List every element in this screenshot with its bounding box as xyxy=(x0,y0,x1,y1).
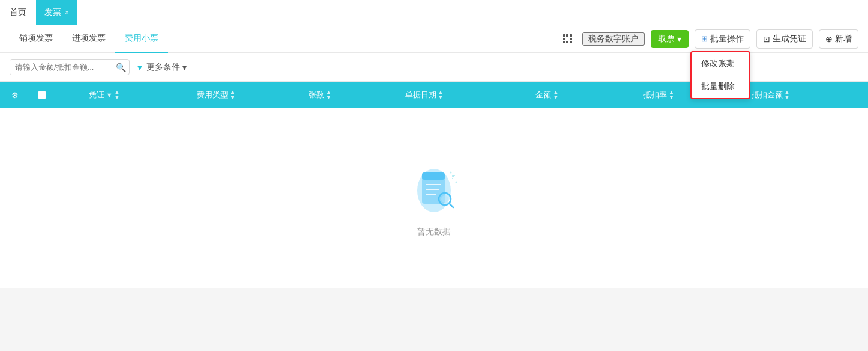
tab-expense-receipt[interactable]: 费用小票 xyxy=(115,25,168,53)
th-voucher[interactable]: 凭证 ▼ ▲▼ xyxy=(54,82,154,108)
batch-op-button[interactable]: ⊞ 批量操作 xyxy=(695,29,750,49)
gen-voucher-label: 生成凭证 xyxy=(773,34,806,44)
invoice-tab[interactable]: 发票 × xyxy=(36,0,77,25)
empty-text: 暂无数据 xyxy=(417,227,451,237)
svg-point-10 xyxy=(456,182,457,183)
tab-purchase-invoice[interactable]: 进项发票 xyxy=(62,25,115,53)
new-label: 新增 xyxy=(835,34,852,44)
batch-op-dropdown: 修改账期 批量删除 xyxy=(690,51,750,99)
svg-line-8 xyxy=(449,203,453,207)
more-conditions-button[interactable]: ▼ 更多条件 ▾ xyxy=(136,62,187,73)
more-conditions-chevron-icon: ▾ xyxy=(182,63,187,72)
th-date-label: 单据日期 xyxy=(405,90,436,100)
new-icon: ⊕ xyxy=(825,34,833,44)
invoice-tab-label: 发票 xyxy=(44,7,61,18)
sub-nav: 销项发票 进项发票 费用小票 税务数字账户 取票 ▾ ⊞ 批量操作 xyxy=(0,25,868,53)
new-button[interactable]: ⊕ 新增 xyxy=(819,29,858,49)
search-icon: 🔍 xyxy=(116,63,126,72)
th-date[interactable]: 单据日期 ▲▼ xyxy=(363,82,486,108)
home-tab[interactable]: 首页 xyxy=(0,0,36,25)
batch-op-label: 批量操作 xyxy=(710,34,744,44)
th-deduct-amount-label: 抵扣金额 xyxy=(752,90,783,100)
table-body: 暂无数据 xyxy=(0,108,868,288)
gear-icon: ⚙ xyxy=(11,91,19,100)
empty-illustration xyxy=(404,159,464,219)
close-tab-icon[interactable]: × xyxy=(65,8,69,17)
svg-rect-2 xyxy=(422,172,445,180)
qr-icon[interactable] xyxy=(558,30,576,48)
filter-icon: ▼ xyxy=(136,63,144,72)
svg-point-7 xyxy=(441,195,448,203)
take-ticket-chevron-icon: ▾ xyxy=(677,34,681,44)
th-date-sort-icon: ▲▼ xyxy=(438,90,444,100)
th-amount-sort-icon: ▲▼ xyxy=(553,90,558,100)
th-voucher-filter-icon: ▼ xyxy=(106,91,113,99)
header-checkbox[interactable] xyxy=(38,91,46,99)
th-count-label: 张数 xyxy=(309,90,324,100)
th-deduct-amount-sort-icon: ▲▼ xyxy=(785,90,790,100)
qr-grid-icon xyxy=(563,34,572,43)
th-amount[interactable]: 金额 ▲▼ xyxy=(486,82,609,108)
tax-account-button[interactable]: 税务数字账户 xyxy=(582,32,645,46)
th-deduct-rate-sort-icon: ▲▼ xyxy=(669,90,674,100)
th-checkbox[interactable] xyxy=(30,82,54,108)
th-expense-type-label: 费用类型 xyxy=(197,90,228,100)
search-button[interactable]: 🔍 xyxy=(112,63,130,72)
batch-op-wrap: ⊞ 批量操作 修改账期 批量删除 xyxy=(695,29,750,49)
search-input[interactable] xyxy=(10,60,112,75)
gen-voucher-icon: ⊡ xyxy=(763,34,770,44)
th-voucher-label: 凭证 xyxy=(89,90,104,100)
th-count-sort-icon: ▲▼ xyxy=(326,90,331,100)
dropdown-item-batch-delete[interactable]: 批量删除 xyxy=(692,75,749,98)
dropdown-item-modify-period[interactable]: 修改账期 xyxy=(692,52,749,75)
top-nav: 首页 发票 × xyxy=(0,0,868,25)
gen-voucher-button[interactable]: ⊡ 生成凭证 xyxy=(756,29,813,49)
take-ticket-label: 取票 xyxy=(658,34,675,44)
tab-sales-invoice[interactable]: 销项发票 xyxy=(10,25,62,53)
sub-nav-actions: 税务数字账户 取票 ▾ ⊞ 批量操作 修改账期 批量删除 ⊡ 生成凭证 ⊕ 新增 xyxy=(558,29,858,49)
sub-nav-tabs: 销项发票 进项发票 费用小票 xyxy=(10,25,558,53)
more-conditions-label: 更多条件 xyxy=(146,62,180,73)
take-ticket-button[interactable]: 取票 ▾ xyxy=(651,30,689,48)
batch-op-icon: ⊞ xyxy=(701,34,708,43)
th-amount-label: 金额 xyxy=(535,90,551,100)
th-deduct-rate-label: 抵扣率 xyxy=(643,90,667,100)
th-more xyxy=(832,82,868,108)
th-gear[interactable]: ⚙ xyxy=(0,82,30,108)
th-voucher-sort-icon: ▲▼ xyxy=(115,90,120,100)
search-wrap: 🔍 xyxy=(10,59,130,75)
th-expense-type[interactable]: 费用类型 ▲▼ xyxy=(154,82,277,108)
th-expense-type-sort-icon: ▲▼ xyxy=(230,90,235,100)
th-count[interactable]: 张数 ▲▼ xyxy=(277,82,363,108)
svg-point-11 xyxy=(450,172,452,174)
